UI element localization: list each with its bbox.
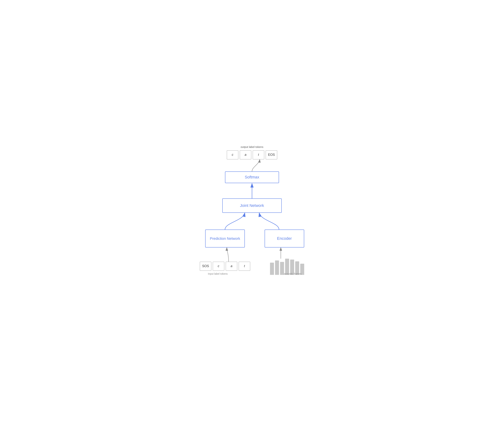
input-token-sos: SOS bbox=[200, 262, 211, 271]
softmax-label: Softmax bbox=[245, 175, 259, 179]
joint-network-box: Joint Network bbox=[222, 198, 282, 213]
acoustic-bar-2 bbox=[275, 261, 279, 275]
output-label: output label tokens bbox=[241, 145, 263, 148]
input-label-text: Input label tokens bbox=[208, 272, 228, 275]
input-token-a: a bbox=[226, 262, 237, 271]
acoustic-label-text: acoustic frames bbox=[284, 272, 302, 275]
input-token-t: t bbox=[239, 262, 250, 271]
output-token-a: a bbox=[240, 150, 251, 159]
input-tokens-row: SOS c a t bbox=[200, 262, 250, 271]
encoder-box: Encoder bbox=[265, 230, 304, 248]
prediction-network-label: Prediction Network bbox=[210, 236, 240, 241]
acoustic-bar-3 bbox=[280, 262, 284, 275]
prediction-network-box: Prediction Network bbox=[205, 230, 245, 248]
input-token-c: c bbox=[213, 262, 224, 271]
softmax-box: Softmax bbox=[225, 171, 279, 183]
diagram-container: output label tokens c a t EOS Softmax Jo… bbox=[189, 145, 315, 293]
output-token-eos: EOS bbox=[266, 150, 277, 159]
joint-network-label: Joint Network bbox=[240, 203, 264, 208]
output-token-c: c bbox=[227, 150, 238, 159]
output-token-t: t bbox=[253, 150, 264, 159]
encoder-label: Encoder bbox=[277, 236, 292, 241]
output-tokens-row: c a t EOS bbox=[227, 150, 277, 159]
acoustic-bar-1 bbox=[270, 263, 274, 275]
